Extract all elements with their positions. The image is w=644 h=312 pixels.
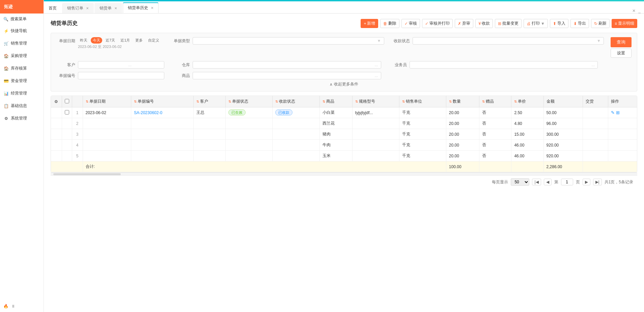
th-product[interactable]: ⇅ 商品 — [319, 96, 352, 107]
import-button[interactable]: ⬆ 导入 — [550, 19, 568, 28]
edit-icon[interactable]: ✎ — [611, 110, 615, 115]
date-shortcut-today[interactable]: 今天 — [91, 37, 102, 44]
first-page-button[interactable]: |◀ — [532, 179, 541, 185]
th-payment-status[interactable]: ⇅ 收款状态 — [273, 96, 319, 107]
last-page-button[interactable]: ▶| — [593, 179, 602, 185]
sidebar-nav-label: 经营管理 — [11, 90, 27, 96]
sidebar-item-quick-nav[interactable]: ⚡ 快捷导航 — [0, 25, 44, 37]
product-input[interactable] — [196, 73, 374, 78]
delete-button[interactable]: 🗑 删除 — [380, 19, 399, 28]
batch-change-button[interactable]: ⊞ 批量变更 — [495, 19, 522, 28]
page-number-input[interactable] — [561, 179, 573, 185]
th-unit[interactable]: ⇅ 销售单位 — [399, 96, 446, 107]
row-checkbox-input[interactable] — [65, 110, 69, 114]
date-shortcut-yesterday[interactable]: 昨天 — [78, 37, 89, 44]
query-button[interactable]: 查询 — [611, 37, 632, 47]
th-gift[interactable]: ⇅ 赠品 — [479, 96, 511, 107]
row-checkbox[interactable] — [62, 118, 72, 129]
th-spec[interactable]: ⇅ 规格型号 — [352, 96, 399, 107]
salesperson-input-wrap: ... — [410, 61, 598, 69]
doc-type-label: 单据类型 — [171, 38, 190, 44]
tab-close-sales-order[interactable]: ✕ — [86, 6, 89, 10]
customer-input[interactable] — [81, 62, 128, 67]
sidebar-nav-label: 销售管理 — [11, 41, 27, 46]
date-shortcut-1month[interactable]: 近1月 — [118, 37, 132, 44]
date-shortcut-more[interactable]: 更多 — [133, 37, 145, 44]
sidebar-bottom-icon1[interactable]: 🔥 — [3, 304, 8, 309]
settings-button[interactable]: 设置 — [611, 49, 632, 58]
row-checkbox[interactable] — [62, 151, 72, 161]
sidebar-item-search-menu[interactable]: 🔍 搜索菜单 — [0, 14, 44, 25]
window-minimize-btn[interactable]: _ — [638, 8, 641, 13]
sidebar-nav-label: 资金管理 — [11, 78, 27, 84]
copy-icon[interactable]: ⊞ — [616, 110, 620, 115]
doc-type-select[interactable]: ▼ — [193, 37, 384, 45]
row-payment-status — [273, 118, 319, 129]
salesperson-label: 业务员 — [388, 62, 407, 68]
row-date — [83, 129, 131, 140]
tab-close-sales-delivery[interactable]: ✕ — [114, 6, 117, 10]
warehouse-input[interactable] — [196, 62, 374, 67]
sidebar-item-inventory[interactable]: 🏠 库存核算 — [0, 62, 44, 75]
import-icon: ⬆ — [553, 21, 556, 26]
collect-button[interactable]: ¥ 收款 — [475, 19, 493, 28]
print-button[interactable]: 🖨 打印 ▼ — [524, 19, 548, 28]
th-checkbox[interactable] — [62, 96, 72, 107]
th-doc-status[interactable]: ⇅ 单据状态 — [226, 96, 273, 107]
sidebar-item-sales-mgmt[interactable]: 🛒 销售管理 — [0, 37, 44, 50]
sidebar-item-system[interactable]: ⚙ 系统管理 — [0, 112, 44, 125]
date-shortcuts: 昨天 今天 近7天 近1月 更多 自定义 — [78, 37, 161, 44]
select-all-checkbox[interactable] — [65, 99, 69, 103]
audit-print-button[interactable]: ✓ 审核并打印 — [422, 19, 453, 28]
export-button[interactable]: ⬇ 导出 — [570, 19, 589, 28]
row-trade — [583, 140, 608, 151]
product-dots[interactable]: ... — [374, 73, 378, 78]
tab-close-sales-history[interactable]: ✕ — [151, 6, 153, 10]
row-action[interactable] — [608, 118, 637, 129]
abandon-button[interactable]: ✗ 弃审 — [455, 19, 473, 28]
tab-sales-delivery[interactable]: 销货单 ✕ — [94, 3, 122, 13]
th-settings[interactable]: ⚙ — [51, 96, 62, 107]
row-action[interactable] — [608, 129, 637, 140]
toolbar: + 新增 🗑 删除 ✓ 审核 ✓ 审核并打印 — [361, 19, 637, 28]
row-docno[interactable]: SA-20230602-0 — [131, 107, 194, 118]
row-checkbox[interactable] — [62, 129, 72, 140]
horizontal-scrollbar[interactable] — [51, 173, 637, 175]
next-page-button[interactable]: ▶ — [583, 179, 590, 185]
row-checkbox[interactable] — [62, 140, 72, 151]
window-close-btn[interactable]: ✕ — [632, 8, 636, 13]
tab-home[interactable]: 首页 — [44, 3, 61, 13]
th-date[interactable]: ⇅ 单据日期 — [83, 96, 131, 107]
row-checkbox[interactable] — [62, 107, 72, 118]
docno-input[interactable] — [81, 73, 135, 78]
customer-dots[interactable]: ... — [128, 62, 132, 67]
prev-page-button[interactable]: ◀ — [544, 179, 552, 185]
refresh-button[interactable]: ↻ 刷新 — [591, 19, 610, 28]
page-size-select[interactable]: 50 100 200 — [511, 178, 529, 186]
sidebar-item-basic-info[interactable]: 📋 基础信息 — [0, 100, 44, 112]
salesperson-dots[interactable]: ... — [591, 62, 595, 67]
salesperson-input[interactable] — [413, 62, 591, 67]
row-action[interactable]: ✎⊞ — [608, 107, 637, 118]
audit-button[interactable]: ✓ 审核 — [401, 19, 420, 28]
row-action[interactable] — [608, 140, 637, 151]
tab-sales-history[interactable]: 销货单历史 ✕ — [123, 2, 159, 13]
add-button[interactable]: + 新增 — [361, 19, 378, 28]
row-action[interactable] — [608, 151, 637, 161]
warehouse-dots[interactable]: ... — [374, 62, 378, 67]
date-shortcut-7days[interactable]: 近7天 — [104, 37, 117, 44]
th-price[interactable]: ⇅ 单价 — [511, 96, 543, 107]
th-quantity[interactable]: ⇅ 数量 — [446, 96, 479, 107]
tab-sales-order[interactable]: 销售订单 ✕ — [62, 3, 94, 13]
sidebar-item-finance[interactable]: 💳 资金管理 — [0, 75, 44, 87]
show-detail-button[interactable]: ≡ 显示明细 — [612, 19, 637, 28]
sidebar-bottom-icon2[interactable]: ⏸ — [11, 304, 15, 309]
date-shortcut-custom[interactable]: 自定义 — [146, 37, 161, 44]
th-docno[interactable]: ⇅ 单据编号 — [131, 96, 194, 107]
payment-status-select[interactable]: ▼ — [413, 37, 604, 45]
sidebar-item-operations[interactable]: 📊 经营管理 — [0, 87, 44, 100]
sidebar-item-purchase-mgmt[interactable]: 🏠 采购管理 — [0, 50, 44, 62]
collapse-button[interactable]: ∧ 收起更多条件 — [56, 81, 632, 87]
th-customer[interactable]: ⇅ 客户 — [194, 96, 226, 107]
row-num: 4 — [72, 140, 83, 151]
